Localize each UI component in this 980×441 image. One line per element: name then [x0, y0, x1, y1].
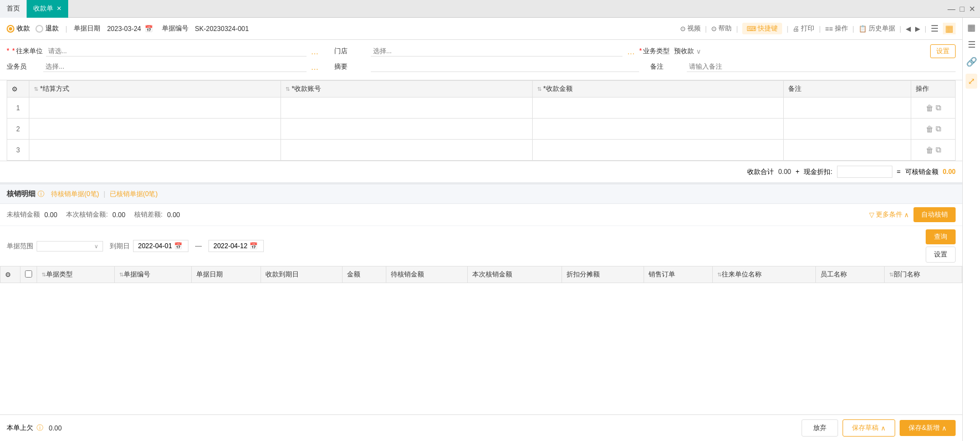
sep2: |	[705, 25, 707, 33]
col-note: 备注	[784, 81, 911, 98]
row3-payment[interactable]	[29, 140, 281, 161]
row3-account[interactable]	[280, 140, 532, 161]
video-label: 视频	[687, 24, 701, 33]
bt-col-gear[interactable]: ⚙	[1, 266, 21, 283]
tab-pending[interactable]: 待核销单据(0笔)	[51, 189, 99, 199]
footer: 本单上欠 ⓘ 0.00 放弃 保存草稿 ∧ 保存&新增 ∧	[0, 414, 962, 441]
bt-sort-type[interactable]: ⇅	[42, 271, 46, 278]
row2-amount[interactable]	[532, 119, 784, 140]
sidebar-table-icon[interactable]: ▦	[967, 22, 976, 33]
row3-copy-icon[interactable]: ⧉	[936, 145, 941, 155]
row1-delete-icon[interactable]: 🗑	[926, 104, 933, 112]
settings-button[interactable]: 设置	[930, 44, 956, 58]
range-dropdown-icon[interactable]: ∨	[94, 243, 98, 249]
tab-close-icon[interactable]: ✕	[57, 5, 62, 12]
window-minimize[interactable]: —	[948, 4, 956, 13]
search-btn[interactable]: 查询	[926, 229, 956, 244]
row2-delete-icon[interactable]: 🗑	[926, 125, 933, 134]
staff-input[interactable]	[43, 61, 307, 72]
this-bill-info-icon[interactable]: ⓘ	[37, 423, 43, 433]
radio-receipt[interactable]: 收款	[7, 24, 30, 33]
note-input[interactable]	[687, 61, 956, 72]
col-gear[interactable]: ⚙	[7, 81, 29, 98]
due-date-field: 到期日 2022-04-01 📅 — 2022-04-12 📅	[110, 240, 264, 252]
action-shortcut[interactable]: ⌨ 快捷键	[742, 23, 782, 34]
auto-verify-btn[interactable]: 自动核销	[913, 207, 956, 222]
action-video[interactable]: ⊙ 视频	[680, 24, 701, 33]
current-label: 本次核销金额:	[66, 210, 108, 219]
bt-select-all[interactable]	[25, 270, 32, 278]
counterpart-more-icon[interactable]: …	[311, 47, 319, 56]
sidebar-link-icon[interactable]: 🔗	[966, 57, 977, 67]
window-maximize[interactable]: □	[960, 4, 964, 13]
sort-icon-account[interactable]: ⇅	[285, 86, 290, 92]
action-print[interactable]: 🖨 打印	[793, 24, 814, 33]
row2-account[interactable]	[280, 119, 532, 140]
row2-note[interactable]	[784, 119, 911, 140]
row3-note[interactable]	[784, 140, 911, 161]
action-operation[interactable]: ≡≡ 操作	[825, 24, 848, 33]
row-num-3: 3	[7, 140, 29, 161]
current-value: 0.00	[113, 211, 125, 219]
bt-gear-icon[interactable]: ⚙	[5, 271, 11, 279]
row1-account[interactable]	[280, 98, 532, 119]
row1-copy-icon[interactable]: ⧉	[936, 103, 941, 112]
cal-to-icon[interactable]: 📅	[249, 242, 258, 250]
right-sidebar: ▦ ☰ 🔗 ⤢	[962, 18, 980, 441]
net-label: 可核销金额	[905, 167, 938, 177]
calendar-icon[interactable]: 📅	[145, 25, 153, 33]
row1-payment[interactable]	[29, 98, 281, 119]
plus-sign: +	[795, 168, 799, 176]
shop-input[interactable]	[371, 46, 623, 57]
sidebar-expand-icon[interactable]: ⤢	[966, 74, 977, 89]
tab-receipt[interactable]: 收款单 ✕	[27, 0, 68, 18]
radio-refund[interactable]: 退款	[35, 24, 59, 33]
tab-home[interactable]: 首页	[0, 0, 27, 18]
view-grid-icon[interactable]: ▦	[943, 23, 956, 34]
row2-payment[interactable]	[29, 119, 281, 140]
cal-from-icon[interactable]: 📅	[174, 242, 182, 250]
row3-amount[interactable]	[532, 140, 784, 161]
business-type-dropdown[interactable]: ∨	[696, 48, 701, 55]
save-new-btn[interactable]: 保存&新增 ∧	[900, 420, 956, 436]
tab-done[interactable]: 已核销单据(0笔)	[110, 189, 158, 199]
sort-icon-payment[interactable]: ⇅	[34, 86, 38, 92]
range-select[interactable]: ∨	[37, 241, 103, 252]
discount-input[interactable]	[837, 166, 892, 178]
nav-next-icon[interactable]: ▶	[915, 25, 920, 33]
summary-field: 摘要	[323, 61, 640, 72]
window-close[interactable]: ✕	[969, 4, 976, 13]
more-conditions-btn[interactable]: ▽ 更多条件 ∧	[869, 210, 909, 219]
summary-input[interactable]	[371, 61, 640, 72]
business-type-label: *业务类型	[639, 47, 670, 56]
save-draft-btn[interactable]: 保存草稿 ∧	[843, 419, 895, 437]
date-from-input[interactable]: 2022-04-01 📅	[133, 240, 188, 252]
equals-sign: =	[897, 168, 901, 176]
row2-copy-icon[interactable]: ⧉	[936, 124, 941, 134]
filter-settings-btn[interactable]: 设置	[926, 247, 956, 263]
row1-amount[interactable]	[532, 98, 784, 119]
shop-more-icon[interactable]: …	[627, 47, 635, 56]
counterpart-input[interactable]	[46, 46, 307, 57]
col-account: ⇅ *收款账号	[280, 81, 532, 98]
bt-col-discount: 折扣分摊额	[562, 266, 644, 283]
staff-more-icon[interactable]: …	[311, 63, 319, 71]
action-help[interactable]: ⊙ 帮助	[711, 24, 732, 33]
action-history[interactable]: 📋 历史单据	[859, 24, 895, 33]
view-list-icon[interactable]: ☰	[931, 23, 938, 34]
row3-delete-icon[interactable]: 🗑	[926, 146, 933, 155]
bt-col-type: ⇅单据类型	[37, 266, 115, 283]
abandon-btn[interactable]: 放弃	[802, 419, 838, 437]
nav-prev-icon[interactable]: ◀	[906, 25, 911, 33]
sort-icon-amount[interactable]: ⇅	[537, 86, 542, 92]
date-to-input[interactable]: 2022-04-12 📅	[208, 240, 264, 252]
bt-sort-counterpart[interactable]: ⇅	[717, 271, 722, 278]
staff-label: 业务员	[7, 62, 40, 71]
sep6: |	[853, 25, 854, 33]
tab-home-label: 首页	[7, 4, 20, 13]
sidebar-list-icon[interactable]: ☰	[968, 39, 976, 50]
bt-sort-number[interactable]: ⇅	[119, 271, 124, 278]
gear-icon[interactable]: ⚙	[12, 85, 18, 93]
row1-note[interactable]	[784, 98, 911, 119]
section-info-icon[interactable]: ⓘ	[38, 189, 44, 199]
